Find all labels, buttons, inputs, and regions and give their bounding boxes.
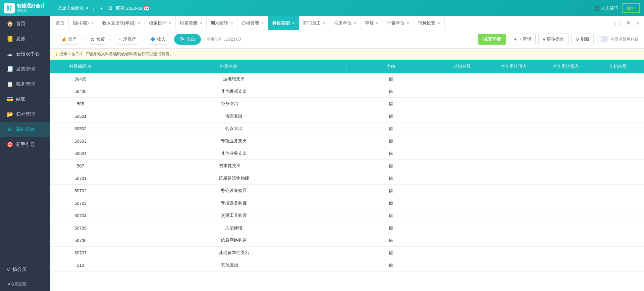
support-button[interactable]: 🎧 人工咨询 — [594, 5, 619, 11]
tab-5[interactable]: 期末结转✕ — [207, 16, 237, 30]
project-selector[interactable]: 基层工会测试 ▾ — [58, 5, 88, 11]
sidebar-item-invoice[interactable]: 🧾 发票管理 — [0, 61, 50, 77]
sidebar-item-guide[interactable]: 🎯 新手引导 — [0, 137, 50, 152]
category-tab-equity[interactable]: ≈ 净资产 — [113, 34, 142, 45]
cell-ytd-debit — [488, 85, 540, 98]
tab-next-button[interactable]: › — [618, 16, 624, 30]
sidebar-item-vip[interactable]: V 畅会员 — [0, 262, 50, 277]
sidebar-pin-button[interactable]: ◄取消固定 — [0, 277, 50, 291]
sidebar-item-tax[interactable]: 📋 税务管理 — [0, 77, 50, 92]
cell-code: 50701 — [50, 172, 111, 185]
liability-tab-icon: ⚖ — [91, 37, 95, 42]
cell-period-init — [436, 123, 488, 135]
disable-toggle[interactable] — [596, 36, 608, 42]
main-layout: 🏠 首页 📒 总账 ☁ 云报表中心 🧾 发票管理 📋 税务管理 💳 结账 📂 归… — [0, 16, 644, 291]
category-tab-income[interactable]: 🔷 收入 — [145, 34, 171, 45]
category-tabs: 💰 资产 ⚖ 负债 ≈ 净资产 🔷 收入 📡 支出 — [56, 34, 201, 45]
sidebar-item-ledger[interactable]: 📒 总账 — [0, 31, 50, 46]
add-tab-button[interactable]: ＋ — [99, 4, 105, 12]
info-bar: ℹ 提示：按Ctrl + F键并输入科目编码或者科目名称可以查找科目。 — [50, 49, 644, 60]
tab-3[interactable]: 模版设计✕ — [145, 16, 176, 30]
tab-1[interactable]: 报(中期)✕ — [69, 16, 98, 30]
cell-ytd-debit — [488, 160, 540, 172]
tab-7[interactable]: 科目期初✕ — [268, 16, 299, 30]
th-2: 方向 — [346, 60, 436, 73]
balance-button[interactable]: 试算平衡 — [478, 34, 506, 45]
home-icon: 🏠 — [7, 20, 13, 27]
tab-close-5[interactable]: ✕ — [230, 21, 233, 25]
calendar-icon[interactable]: 📅 — [144, 5, 149, 11]
add-button[interactable]: ＋ + 新增 — [509, 34, 536, 45]
cell-year-init — [592, 85, 644, 98]
cell-name: 其他维权支出 — [111, 85, 346, 98]
sidebar-item-closing[interactable]: 💳 结账 — [0, 92, 50, 107]
tab-0[interactable]: 首页 — [52, 16, 69, 30]
tab-close-all-button[interactable]: ✕ — [624, 16, 633, 30]
cell-year-init — [592, 160, 644, 172]
tab-close-4[interactable]: ✕ — [199, 21, 202, 25]
refresh-button[interactable]: ↺ 刷新 — [571, 34, 594, 45]
cell-code: 50405 — [50, 73, 111, 85]
tab-close-8[interactable]: ✕ — [323, 21, 326, 25]
project-name[interactable]: 基层工会测试 — [58, 5, 84, 11]
cell-name: 其他业务支出 — [111, 147, 346, 160]
cell-dir: 借 — [346, 259, 436, 272]
cell-ytd-debit — [488, 197, 540, 209]
ledger-icon: 📒 — [7, 36, 13, 42]
cell-period-init — [436, 172, 488, 185]
cell-ytd-credit — [540, 98, 592, 110]
cell-year-init — [592, 247, 644, 259]
cell-period-init — [436, 234, 488, 247]
cell-year-init — [592, 110, 644, 123]
tab-label-0: 首页 — [56, 20, 64, 26]
tab-close-12[interactable]: ✕ — [437, 21, 440, 25]
category-tab-liability[interactable]: ⚖ 负债 — [85, 34, 111, 45]
tab-close-1[interactable]: ✕ — [91, 21, 94, 25]
category-tab-asset[interactable]: 💰 资产 — [56, 34, 83, 45]
cell-code: 505 — [50, 98, 111, 110]
cell-period-init — [436, 147, 488, 160]
account-button[interactable]: 会计 — [622, 3, 640, 13]
cell-period-init — [436, 98, 488, 110]
category-tab-expense[interactable]: 📡 支出 — [174, 34, 201, 45]
tab-2[interactable]: 收入支出表(年报)✕ — [98, 16, 145, 30]
cell-ytd-debit — [488, 73, 540, 85]
tab-close-2[interactable]: ✕ — [138, 21, 141, 25]
tab-6[interactable]: 归档管理✕ — [237, 16, 268, 30]
cell-ytd-debit — [488, 172, 540, 185]
tab-11[interactable]: 计量单位✕ — [383, 16, 414, 30]
tab-10[interactable]: 存货✕ — [361, 16, 383, 30]
cell-year-init — [592, 259, 644, 272]
cell-dir: 借 — [346, 160, 436, 172]
tab-close-11[interactable]: ✕ — [407, 21, 410, 25]
tab-close-9[interactable]: ✕ — [354, 21, 357, 25]
tab-close-3[interactable]: ✕ — [168, 21, 171, 25]
cell-year-init — [592, 73, 644, 85]
tab-8[interactable]: 部门员工✕ — [299, 16, 330, 30]
sidebar-item-settings[interactable]: ⚙ 基础设置 — [0, 122, 50, 137]
more-button[interactable]: ≡ 更多操作 — [538, 34, 569, 45]
cell-name: 信息网络购建 — [111, 234, 346, 247]
equity-tab-label: 净资产 — [123, 36, 136, 42]
sidebar-item-reports[interactable]: ☁ 云报表中心 — [0, 46, 50, 61]
tab-9[interactable]: 往来单位✕ — [330, 16, 361, 30]
tab-4[interactable]: 税表清册✕ — [176, 16, 207, 30]
tab-prev-button[interactable]: ‹ — [612, 16, 618, 30]
cell-ytd-credit — [540, 147, 592, 160]
cell-period-init — [436, 222, 488, 234]
toolbar-actions: 试算平衡 ＋ + 新增 ≡ 更多操作 ↺ 刷新 不显示禁用科目 — [478, 34, 639, 45]
period-info: 启用期间：2023.03 — [206, 37, 241, 42]
cell-code: 50504 — [50, 147, 111, 160]
settings-icon[interactable]: ⚙ — [108, 5, 113, 11]
tab-close-10[interactable]: ✕ — [376, 21, 379, 25]
tab-expand-button[interactable]: ⤢ — [633, 16, 643, 30]
tab-close-6[interactable]: ✕ — [261, 21, 264, 25]
cell-ytd-credit — [540, 185, 592, 197]
tax-icon: 📋 — [7, 81, 13, 87]
income-tab-label: 收入 — [157, 36, 166, 42]
tab-close-7[interactable]: ✕ — [292, 21, 295, 25]
tab-12[interactable]: 币种设置✕ — [414, 16, 445, 30]
th-5: 本年累计贷方 — [540, 60, 592, 73]
sidebar-item-home[interactable]: 🏠 首页 — [0, 16, 50, 31]
sidebar-item-archive[interactable]: 📂 归档管理 — [0, 107, 50, 122]
